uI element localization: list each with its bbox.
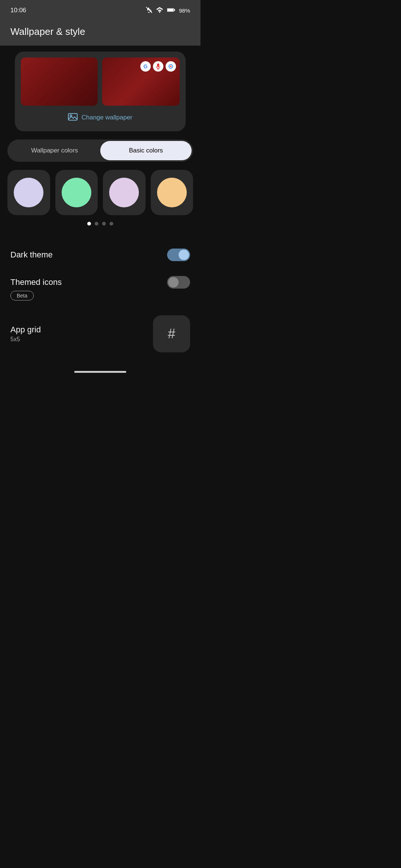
swatch-box-1[interactable] (7, 170, 50, 215)
mute-icon (146, 7, 152, 14)
themed-icons-label: Themed icons (10, 277, 62, 287)
dot-4[interactable] (110, 222, 113, 226)
svg-rect-8 (68, 114, 77, 120)
svg-rect-2 (174, 9, 175, 11)
svg-point-7 (170, 66, 172, 67)
swatch-circle-mint (62, 178, 91, 207)
lens-icon (166, 61, 176, 72)
dark-theme-row[interactable]: Dark theme (10, 240, 190, 269)
swatch-box-4[interactable] (151, 170, 193, 215)
grid-hash-symbol: # (168, 327, 175, 341)
wallpaper-section: G (0, 46, 200, 131)
tab-wallpaper-colors[interactable]: Wallpaper colors (9, 141, 100, 160)
status-bar: 10:06 98% (0, 0, 200, 19)
swatch-circle-lilac (109, 178, 139, 207)
home-icons-row: G (106, 61, 176, 72)
battery-percent: 98% (179, 7, 190, 14)
themed-icons-toggle[interactable] (167, 276, 190, 289)
mic-icon (153, 61, 163, 72)
home-screen-preview[interactable]: G (102, 57, 180, 106)
app-bar: Wallpaper & style (0, 19, 200, 46)
color-tabs: Wallpaper colors Basic colors (7, 139, 193, 162)
app-grid-icon-button[interactable]: # (153, 315, 190, 352)
swatch-circle-lavender (14, 178, 43, 207)
settings-section: Dark theme Themed icons Beta App grid 5x… (0, 229, 200, 361)
svg-rect-3 (157, 63, 159, 67)
wifi-icon (156, 7, 163, 14)
home-indicator-bar (74, 371, 126, 373)
app-grid-label: App grid (10, 325, 41, 335)
battery-icon (167, 7, 175, 14)
change-wallpaper-label: Change wallpaper (81, 114, 132, 121)
app-grid-row[interactable]: App grid 5x5 # (10, 307, 190, 361)
themed-icons-knob (168, 277, 179, 287)
page-title: Wallpaper & style (10, 26, 190, 37)
dot-1[interactable] (87, 222, 91, 226)
change-wallpaper-button[interactable]: Change wallpaper (15, 112, 186, 122)
beta-badge: Beta (10, 291, 34, 300)
color-tabs-container: Wallpaper colors Basic colors (0, 131, 200, 162)
app-grid-sublabel: 5x5 (10, 336, 41, 343)
swatch-box-3[interactable] (103, 170, 146, 215)
wallpaper-previews: G (15, 52, 186, 106)
dark-theme-toggle[interactable] (167, 249, 190, 261)
swatch-box-2[interactable] (55, 170, 98, 215)
dot-2[interactable] (95, 222, 98, 226)
dark-theme-knob (179, 250, 189, 260)
themed-icons-row[interactable]: Themed icons Beta (10, 269, 190, 307)
svg-rect-1 (167, 9, 174, 11)
wallpaper-card: G (15, 52, 186, 131)
dark-theme-label: Dark theme (10, 250, 53, 260)
lock-screen-preview[interactable] (21, 57, 98, 106)
status-time: 10:06 (10, 7, 26, 14)
bottom-indicator (0, 361, 200, 379)
wallpaper-change-icon (68, 112, 78, 122)
status-icons: 98% (146, 7, 190, 14)
app-grid-text: App grid 5x5 (10, 325, 41, 343)
tab-basic-colors[interactable]: Basic colors (100, 141, 192, 160)
swatch-circle-peach (157, 178, 187, 207)
google-icon: G (140, 61, 151, 72)
pagination-dots (0, 215, 200, 229)
dot-3[interactable] (102, 222, 106, 226)
color-swatches (0, 162, 200, 215)
